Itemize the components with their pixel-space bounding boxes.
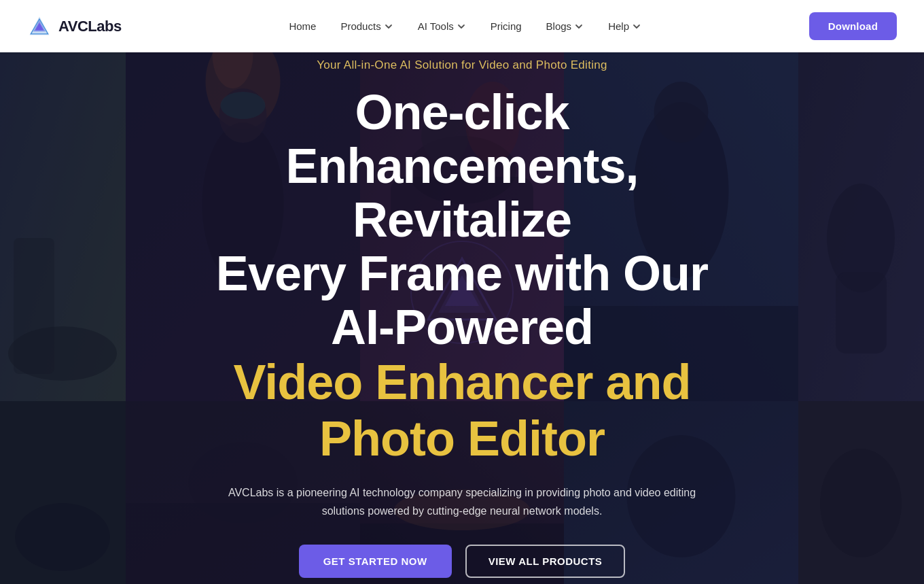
logo-text: AVCLabs bbox=[58, 18, 122, 35]
help-chevron-icon bbox=[632, 22, 641, 31]
hero-tag: Your All-in-One AI Solution for Video an… bbox=[183, 58, 741, 72]
nav-blogs[interactable]: Blogs bbox=[537, 15, 594, 37]
hero-description: AVCLabs is a pioneering AI technology co… bbox=[224, 483, 700, 520]
view-products-button[interactable]: VIEW ALL PRODUCTS bbox=[465, 545, 626, 578]
blogs-chevron-icon bbox=[574, 22, 584, 31]
hero-title-line1: One-click Enhancements, Revitalize bbox=[183, 86, 741, 247]
hero-title-yellow: Video Enhancer and Photo Editor bbox=[183, 354, 741, 467]
avcl-logo-icon bbox=[27, 14, 52, 39]
ai-tools-chevron-icon bbox=[457, 22, 466, 31]
nav-products[interactable]: Products bbox=[331, 15, 402, 37]
logo[interactable]: AVCLabs bbox=[27, 14, 122, 39]
hero-title: One-click Enhancements, Revitalize Every… bbox=[183, 86, 741, 468]
get-started-button[interactable]: GET STARTED NOW bbox=[299, 545, 452, 578]
navbar: AVCLabs Home Products AI Tools Pricing B… bbox=[0, 0, 924, 52]
hero-content: Your All-in-One AI Solution for Video an… bbox=[156, 58, 768, 579]
products-chevron-icon bbox=[384, 22, 393, 31]
download-button[interactable]: Download bbox=[809, 12, 897, 40]
nav-home[interactable]: Home bbox=[279, 15, 325, 37]
nav-ai-tools[interactable]: AI Tools bbox=[408, 15, 476, 37]
hero-section: Your All-in-One AI Solution for Video an… bbox=[0, 0, 924, 584]
hero-title-line2: Every Frame with Our AI-Powered bbox=[183, 247, 741, 354]
nav-pricing[interactable]: Pricing bbox=[481, 15, 531, 37]
nav-links: Home Products AI Tools Pricing Blogs Hel… bbox=[279, 15, 651, 37]
hero-buttons: GET STARTED NOW VIEW ALL PRODUCTS bbox=[183, 545, 741, 578]
nav-help[interactable]: Help bbox=[599, 15, 651, 37]
